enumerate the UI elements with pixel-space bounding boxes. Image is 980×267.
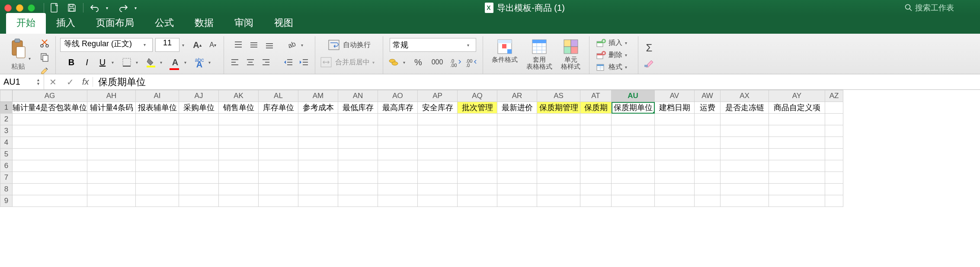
font-size-select[interactable]: 11 — [155, 38, 179, 52]
cell[interactable] — [136, 114, 179, 125]
cell[interactable]: 保质期单位 — [612, 102, 655, 114]
cell[interactable] — [418, 149, 458, 160]
cell[interactable] — [458, 160, 497, 172]
cell[interactable] — [219, 125, 259, 137]
cell[interactable] — [769, 184, 825, 195]
cell[interactable] — [612, 137, 655, 149]
format-cells-button[interactable]: 格式▾ — [596, 62, 631, 73]
cell[interactable] — [87, 149, 136, 160]
cell[interactable]: 参考成本 — [298, 102, 338, 114]
tab-review[interactable]: 审阅 — [224, 13, 264, 34]
cell[interactable] — [179, 125, 219, 137]
cell[interactable] — [655, 114, 695, 125]
cell[interactable] — [458, 149, 497, 160]
cell[interactable] — [695, 172, 721, 184]
cell[interactable]: 保质期 — [580, 102, 612, 114]
cell[interactable] — [259, 195, 298, 207]
cell[interactable]: 运费 — [695, 102, 721, 114]
fx-label[interactable]: fx — [79, 77, 93, 87]
cell[interactable]: 报表辅单位 — [136, 102, 179, 114]
cell[interactable] — [825, 172, 843, 184]
cell[interactable] — [721, 195, 769, 207]
cell[interactable] — [87, 160, 136, 172]
cell[interactable] — [418, 184, 458, 195]
cell[interactable] — [580, 195, 612, 207]
cell[interactable]: 最高库存 — [378, 102, 418, 114]
format-as-table-button[interactable]: 套用 表格格式 — [522, 38, 557, 70]
cell[interactable] — [655, 125, 695, 137]
cell[interactable] — [497, 125, 537, 137]
column-header[interactable]: AI — [136, 90, 179, 102]
cell[interactable] — [259, 184, 298, 195]
cell[interactable] — [612, 184, 655, 195]
column-header[interactable]: AM — [298, 90, 338, 102]
cell[interactable] — [721, 160, 769, 172]
cell[interactable] — [418, 114, 458, 125]
cell[interactable] — [695, 149, 721, 160]
cell[interactable] — [825, 114, 843, 125]
cell[interactable] — [580, 114, 612, 125]
cell[interactable] — [497, 149, 537, 160]
cell[interactable] — [825, 125, 843, 137]
cell[interactable] — [695, 137, 721, 149]
cell[interactable] — [655, 149, 695, 160]
cell[interactable] — [580, 160, 612, 172]
cell[interactable] — [418, 172, 458, 184]
bold-button[interactable]: B — [65, 56, 78, 68]
cell[interactable] — [825, 195, 843, 207]
cell[interactable] — [655, 160, 695, 172]
align-bottom-button[interactable] — [263, 39, 276, 51]
cell[interactable] — [13, 137, 87, 149]
cell[interactable] — [13, 195, 87, 207]
close-window-button[interactable] — [4, 4, 12, 12]
cell[interactable] — [497, 114, 537, 125]
column-header[interactable]: AS — [537, 90, 580, 102]
cell[interactable] — [695, 195, 721, 207]
cell[interactable] — [612, 114, 655, 125]
row-header[interactable]: 9 — [0, 195, 13, 207]
tab-formulas[interactable]: 公式 — [144, 13, 184, 34]
cell[interactable] — [87, 137, 136, 149]
cancel-formula-button[interactable]: ✕ — [44, 77, 61, 87]
cell[interactable] — [87, 184, 136, 195]
cell[interactable] — [612, 149, 655, 160]
cell[interactable] — [259, 137, 298, 149]
cell[interactable] — [259, 114, 298, 125]
column-header[interactable]: AR — [497, 90, 537, 102]
save-icon[interactable] — [66, 2, 78, 14]
column-header[interactable]: AT — [580, 90, 612, 102]
phonetic-button[interactable]: abcA — [193, 56, 206, 68]
cell[interactable] — [612, 125, 655, 137]
row-header[interactable]: 5 — [0, 149, 13, 160]
cell[interactable] — [378, 172, 418, 184]
cell[interactable]: 辅计量4条码 — [87, 102, 136, 114]
spreadsheet-grid[interactable]: AGAHAIAJAKALAMANAOAPAQARASATAUAVAWAXAYAZ… — [0, 90, 980, 207]
cell[interactable] — [87, 114, 136, 125]
copy-button[interactable] — [38, 51, 51, 63]
cell[interactable] — [378, 114, 418, 125]
cell[interactable] — [825, 149, 843, 160]
cell[interactable] — [179, 160, 219, 172]
fill-color-button[interactable] — [144, 56, 157, 68]
decrease-decimal-button[interactable]: .00.0 — [465, 56, 478, 68]
cell[interactable]: 商品自定义项 — [769, 102, 825, 114]
decrease-indent-button[interactable] — [282, 56, 295, 68]
cell[interactable]: 批次管理 — [458, 102, 497, 114]
cell[interactable] — [259, 160, 298, 172]
cell[interactable] — [219, 172, 259, 184]
cell[interactable] — [338, 114, 378, 125]
cell[interactable] — [537, 195, 580, 207]
italic-button[interactable]: I — [80, 56, 93, 68]
cell[interactable] — [655, 137, 695, 149]
cell[interactable] — [721, 137, 769, 149]
redo-icon[interactable] — [117, 2, 129, 14]
increase-font-button[interactable]: A▴ — [191, 39, 204, 51]
cell[interactable] — [769, 137, 825, 149]
cell[interactable] — [219, 184, 259, 195]
cell[interactable] — [13, 184, 87, 195]
cell[interactable] — [497, 172, 537, 184]
cell[interactable] — [580, 149, 612, 160]
cell[interactable] — [695, 114, 721, 125]
cell[interactable] — [219, 114, 259, 125]
percent-button[interactable]: % — [412, 56, 425, 68]
